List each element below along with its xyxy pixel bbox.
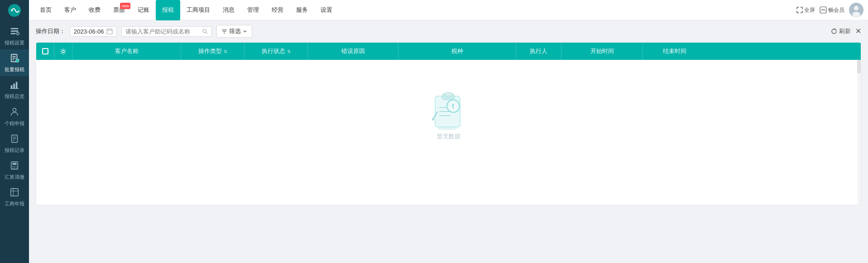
date-label: 操作日期： [36, 27, 65, 35]
sort-icon: ⇅ [224, 49, 227, 54]
svg-marker-56 [432, 119, 435, 121]
nav-item-gongshangxiangmu[interactable]: 工商项目 [180, 0, 216, 20]
table-body: ! 暂无数据 [36, 60, 861, 205]
nav-item-shoufei[interactable]: 收费 [82, 0, 107, 20]
svg-point-16 [13, 108, 16, 111]
svg-rect-36 [107, 29, 112, 34]
th-tax-type: 税种 [398, 43, 516, 60]
avatar[interactable] [849, 3, 863, 17]
search-input[interactable] [125, 28, 200, 35]
svg-point-26 [12, 168, 13, 169]
refresh-icon [831, 28, 837, 34]
svg-point-25 [16, 166, 17, 167]
nav-item-kehu[interactable]: 客户 [58, 0, 82, 20]
search-box [121, 26, 212, 37]
svg-point-34 [854, 6, 858, 10]
svg-rect-48 [445, 93, 452, 96]
sidebar-item-piliangbaoshui[interactable]: ↑ 批量报税 [0, 49, 29, 76]
svg-rect-29 [11, 189, 19, 196]
scrollbar-thumb[interactable] [857, 60, 861, 73]
sidebar-item-baoshuishezhi[interactable]: 报税设置 [0, 23, 29, 49]
nav-item-shouye[interactable]: 首页 [34, 0, 58, 20]
calendar-icon [106, 28, 113, 34]
th-checkbox[interactable] [36, 43, 54, 60]
new-badge: new [120, 3, 130, 9]
th-exec-status: 执行状态 ⇅ [245, 43, 308, 60]
sidebar-item-gongshangnianbu[interactable]: 工商年报 [0, 184, 29, 210]
svg-rect-14 [16, 82, 18, 89]
nav-item-xiaoxi[interactable]: 消息 [216, 0, 241, 20]
sidebar-item-label: 汇算清缴 [5, 174, 24, 180]
svg-rect-12 [11, 85, 13, 88]
sidebar-item-label: 批量报税 [5, 67, 24, 73]
sidebar-item-baoshuijilu[interactable]: 报税记录 [0, 130, 29, 157]
toolbar: 操作日期： 2023-06-06 [36, 25, 861, 38]
refresh-button[interactable]: 刷新 [831, 27, 851, 35]
nav-item-shezhi[interactable]: 设置 [314, 0, 339, 20]
svg-rect-32 [820, 7, 826, 13]
th-operation-type: 操作类型 ⇅ [181, 43, 245, 60]
svg-rect-13 [13, 84, 15, 89]
sidebar-item-geshuishenbao[interactable]: 个税申报 [0, 103, 29, 130]
th-start-time: 开始时间 [561, 43, 643, 60]
th-executor: 执行人 [516, 43, 561, 60]
svg-text:!: ! [452, 102, 454, 110]
nav-item-guanli[interactable]: 管理 [241, 0, 265, 20]
table-header: 客户名称 操作类型 ⇅ 执行状态 ⇅ 错误原因 税种 执行人 [36, 43, 861, 60]
scrollbar-track[interactable] [857, 60, 861, 205]
svg-text:↑: ↑ [16, 59, 18, 62]
svg-point-1 [11, 10, 13, 11]
close-button[interactable]: ✕ [855, 28, 861, 35]
empty-state: ! 暂无数据 [36, 60, 861, 159]
batch-tax-icon: ↑ [10, 53, 19, 65]
chevron-down-icon [243, 29, 247, 34]
settings-icon [10, 26, 19, 39]
svg-rect-2 [11, 28, 19, 29]
svg-point-35 [852, 12, 860, 17]
member-button[interactable]: 畅会员 [820, 6, 844, 14]
filter-button[interactable]: 筛选 [216, 25, 252, 38]
th-error-reason: 错误原因 [308, 43, 398, 60]
svg-point-28 [16, 168, 17, 169]
svg-point-23 [12, 166, 13, 167]
th-settings [54, 43, 72, 60]
nav-item-baoshui[interactable]: 报税 [156, 0, 180, 20]
sort-icon: ⇅ [287, 49, 291, 54]
svg-point-57 [437, 127, 457, 130]
nav-item-jingying[interactable]: 经营 [265, 0, 290, 20]
main-area: 首页 客户 收费 票据 new 记账 报税 工商项目 消息 [29, 0, 868, 263]
date-input[interactable]: 2023-06-06 [70, 26, 117, 37]
table-container: 客户名称 操作类型 ⇅ 执行状态 ⇅ 错误原因 税种 执行人 [36, 42, 861, 205]
sidebar-item-huisuanqingshu[interactable]: 汇算清缴 [0, 157, 29, 184]
select-all-checkbox[interactable] [42, 48, 48, 54]
nav-item-piao[interactable]: 票据 new [107, 0, 131, 20]
sidebar-item-label: 个税申报 [5, 121, 24, 127]
svg-point-5 [17, 32, 19, 35]
overview-icon [10, 80, 19, 92]
sidebar: 报税设置 ↑ 批量报税 报税总览 [0, 0, 29, 263]
search-icon [202, 28, 208, 34]
sidebar-item-baoshuizonglan[interactable]: 报税总览 [0, 76, 29, 103]
svg-rect-22 [12, 163, 16, 165]
filter-icon [221, 29, 227, 34]
topnav-right: 全屏 畅会员 [796, 3, 863, 17]
nav-items: 首页 客户 收费 票据 new 记账 报税 工商项目 消息 [34, 0, 796, 20]
svg-rect-4 [11, 33, 16, 34]
content: 操作日期： 2023-06-06 [29, 20, 868, 263]
svg-line-41 [206, 32, 207, 34]
logo [0, 0, 29, 20]
nav-item-jizhang[interactable]: 记账 [131, 0, 156, 20]
nav-item-fuwu[interactable]: 服务 [290, 0, 314, 20]
annual-report-icon [10, 187, 19, 200]
empty-text: 暂无数据 [437, 132, 460, 141]
svg-point-45 [62, 50, 64, 53]
sidebar-item-label: 报税设置 [5, 40, 24, 46]
column-settings-icon[interactable] [60, 48, 67, 55]
th-end-time: 结束时间 [643, 43, 706, 60]
sidebar-item-label: 工商年报 [5, 201, 24, 207]
svg-rect-3 [11, 30, 19, 32]
th-customer-name: 客户名称 [72, 43, 181, 60]
topnav: 首页 客户 收费 票据 new 记账 报税 工商项目 消息 [29, 0, 868, 20]
date-value: 2023-06-06 [74, 28, 104, 35]
fullscreen-button[interactable]: 全屏 [796, 6, 815, 14]
